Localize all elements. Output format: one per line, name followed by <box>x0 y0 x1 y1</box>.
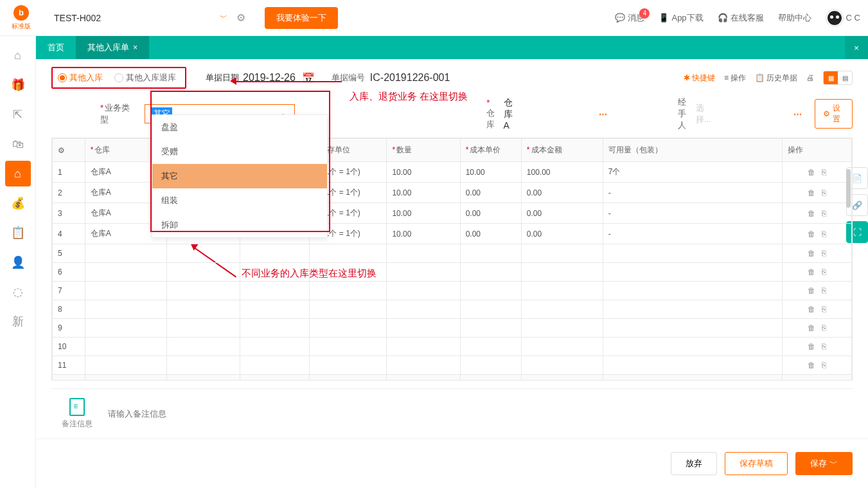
customer-service-link[interactable]: 🎧 在线客服 <box>718 12 764 24</box>
message-badge: 4 <box>639 8 650 19</box>
company-select[interactable]: TEST-H002 ﹀ <box>54 12 227 23</box>
experience-button[interactable]: 我要体验一下 <box>265 7 338 29</box>
logo-label: 标准版 <box>12 22 31 31</box>
settings-gear-icon[interactable]: ⚙ <box>236 12 245 24</box>
top-header: b 标准版 TEST-H002 ﹀ ⚙ 我要体验一下 💬 消息 4 📱 App下… <box>0 0 868 36</box>
logo: b 标准版 <box>8 5 35 31</box>
logo-icon: b <box>13 5 29 21</box>
help-center-link[interactable]: 帮助中心 <box>778 12 811 24</box>
chat-icon: 💬 <box>615 13 625 23</box>
company-name: TEST-H002 <box>54 13 101 23</box>
app-download-link[interactable]: 📱 App下载 <box>659 12 703 24</box>
avatar <box>826 9 844 27</box>
user-menu[interactable]: C C <box>826 9 860 27</box>
chevron-down-icon: ﹀ <box>220 12 227 23</box>
messages-link[interactable]: 💬 消息 4 <box>615 12 644 24</box>
phone-icon: 📱 <box>659 13 669 23</box>
headset-icon: 🎧 <box>718 13 728 23</box>
header-right: 💬 消息 4 📱 App下载 🎧 在线客服 帮助中心 C C <box>615 9 860 27</box>
